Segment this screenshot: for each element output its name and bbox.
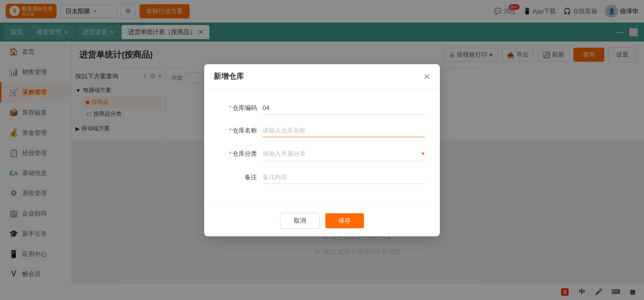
dialog-header: 新增仓库 ✕	[204, 64, 440, 90]
name-input[interactable]	[263, 124, 425, 137]
form-item-name: *仓库名称	[219, 124, 425, 137]
category-select[interactable]: 请输入所属分类 ▾	[263, 147, 425, 161]
name-label: *仓库名称	[219, 126, 257, 135]
form-item-code: *仓库编码	[219, 101, 425, 115]
form-item-remark: 备注	[219, 171, 425, 184]
category-placeholder: 请输入所属分类	[263, 150, 305, 158]
dialog-body: *仓库编码 *仓库名称 *仓库分类 请输入所属分类 ▾	[204, 90, 440, 205]
add-warehouse-dialog: 新增仓库 ✕ *仓库编码 *仓库名称 *仓库分类	[204, 64, 440, 236]
dialog-footer: 取消 保存	[204, 205, 440, 236]
form-item-category: *仓库分类 请输入所属分类 ▾	[219, 147, 425, 161]
category-label: *仓库分类	[219, 150, 257, 158]
save-button[interactable]: 保存	[325, 213, 364, 228]
dialog-title: 新增仓库	[214, 72, 244, 82]
dialog-close-icon[interactable]: ✕	[423, 72, 430, 82]
dialog-backdrop: 新增仓库 ✕ *仓库编码 *仓库名称 *仓库分类	[0, 0, 644, 300]
category-required-star: *	[229, 150, 231, 157]
code-label: *仓库编码	[219, 104, 257, 112]
category-chevron-icon: ▾	[421, 150, 425, 157]
remark-input[interactable]	[263, 171, 425, 184]
cancel-button[interactable]: 取消	[280, 213, 320, 229]
code-input[interactable]	[263, 101, 425, 115]
code-required-star: *	[229, 104, 231, 111]
remark-label: 备注	[219, 173, 257, 182]
name-required-star: *	[229, 127, 231, 134]
